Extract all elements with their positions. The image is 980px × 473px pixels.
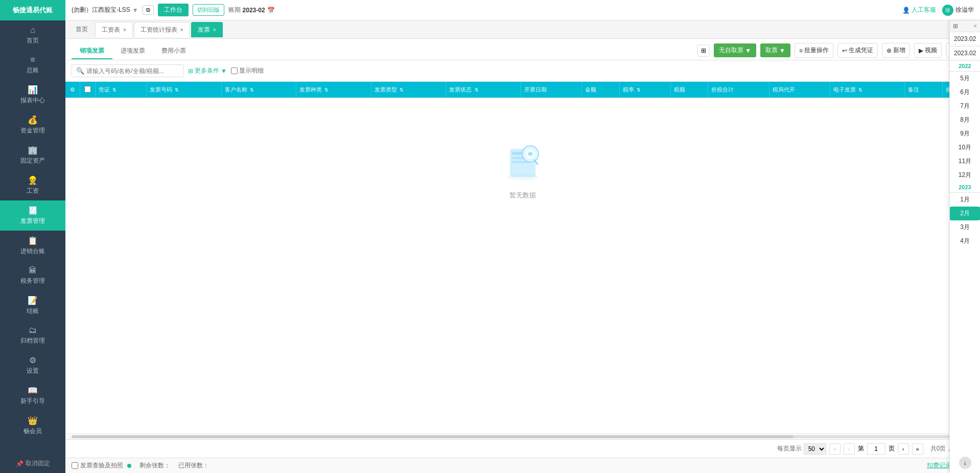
subtab-sales-invoice[interactable]: 销项发票	[72, 43, 112, 59]
tax-button[interactable]: 取票 ▼	[760, 43, 790, 57]
workspace-button[interactable]: 工作台	[158, 4, 189, 16]
gen-voucher-button[interactable]: ↩ 生成凭证	[837, 43, 878, 58]
month-2022-11[interactable]: 11月	[950, 154, 980, 168]
unpin-button[interactable]: 📌 取消固定	[0, 454, 65, 473]
sidebar-item-reports[interactable]: 📊 报表中心	[0, 80, 65, 110]
date-panel-scroll-down[interactable]: ↓	[959, 457, 971, 469]
date-panel-close-btn[interactable]: ×	[973, 22, 977, 30]
tab-payroll-label: 工资表	[102, 26, 120, 34]
sidebar-item-close[interactable]: 📝 结账	[0, 290, 65, 321]
invoice-category-sort-icon[interactable]: ⇅	[400, 87, 404, 93]
tax-rate-sort-icon[interactable]: ⇅	[637, 87, 641, 93]
show-detail-checkbox[interactable]	[231, 67, 238, 74]
invoice-check-label[interactable]: 发票查验及拍照	[72, 461, 131, 470]
batch-op-button[interactable]: ≡ 批量操作	[795, 43, 833, 58]
calendar-icon[interactable]: 📅	[267, 7, 275, 14]
sidebar-item-finance[interactable]: 💰 资金管理	[0, 110, 65, 140]
year-2022-label: 2022	[950, 61, 980, 72]
page-input[interactable]	[867, 443, 885, 455]
date-recent-2[interactable]: 2023.02	[950, 47, 980, 61]
col-settings[interactable]: ⚙	[65, 82, 80, 98]
sidebar-item-invoice[interactable]: 🧾 发票管理	[0, 200, 65, 231]
date-item-2[interactable]: 2023.02	[950, 48, 980, 59]
grid-view-button[interactable]: ⊞	[697, 44, 710, 57]
month-2023-3[interactable]: 3月	[950, 220, 980, 234]
company-selector[interactable]: (勿删）江西股宝-LSS ▼	[72, 6, 138, 14]
filter-label: 更多条件	[195, 66, 219, 75]
sidebar-item-assets[interactable]: 🏢 固定资产	[0, 140, 65, 170]
month-2023-4[interactable]: 4月	[950, 234, 980, 248]
invoice-check-checkbox[interactable]	[72, 462, 78, 469]
add-record-link[interactable]: 扣费记录	[927, 461, 951, 470]
per-page-select[interactable]: 50	[804, 443, 826, 455]
search-input[interactable]	[86, 67, 173, 75]
month-2022-12[interactable]: 12月	[950, 168, 980, 182]
month-2022-5[interactable]: 5月	[950, 72, 980, 85]
subtab-purchase-invoice[interactable]: 进项发票	[112, 43, 153, 59]
search-box[interactable]: 🔍	[72, 64, 184, 77]
tab-invoice[interactable]: 发票 ×	[191, 22, 223, 37]
voucher-sort-icon[interactable]: ⇅	[112, 87, 116, 93]
tab-invoice-close[interactable]: ×	[213, 27, 216, 33]
check-status-dot	[127, 464, 131, 468]
support-icon: 👤	[902, 7, 910, 14]
date-panel-expand-icon[interactable]: ⊞	[953, 22, 958, 30]
date-item-1[interactable]: 2023.02	[950, 33, 980, 45]
show-detail-label[interactable]: 显示明细	[231, 66, 264, 75]
first-page-btn[interactable]: «	[829, 443, 841, 455]
invoice-status-sort-icon[interactable]: ⇅	[475, 87, 479, 93]
new-icon: ⊕	[886, 47, 892, 54]
copy-button[interactable]: ⧉	[143, 5, 154, 15]
col-open-date: 开票日期	[521, 82, 582, 98]
month-2023-2[interactable]: 2月	[950, 207, 980, 220]
electronic-sort-icon[interactable]: ⇅	[858, 87, 862, 93]
tax-dropdown-icon: ▼	[779, 47, 785, 54]
subtab-bar: 销项发票 进项发票 费用小票 ⊞ 无自取票 ▼ 取票 ▼ ≡	[65, 39, 980, 60]
tab-invoice-label: 发票	[198, 26, 210, 34]
new-button[interactable]: ⊕ 新增	[882, 43, 910, 58]
col-check[interactable]	[80, 82, 95, 98]
customer-sort-icon[interactable]: ⇅	[250, 87, 254, 93]
month-2022-6[interactable]: 6月	[950, 85, 980, 99]
sidebar-item-home[interactable]: ⌂ 首页	[0, 20, 65, 50]
video-icon: ▶	[919, 47, 923, 54]
col-tax-bureau: 税局代开	[769, 82, 830, 98]
tab-home[interactable]: 首页	[69, 22, 94, 37]
select-all-checkbox[interactable]	[84, 86, 91, 93]
sidebar-item-sales[interactable]: 📋 进销台账	[0, 231, 65, 261]
search-icon: 🔍	[76, 67, 84, 75]
company-name: (勿删）江西股宝-LSS	[72, 6, 130, 14]
sidebar-item-payroll[interactable]: 👷 工资	[0, 170, 65, 200]
no-tax-button[interactable]: 无自取票 ▼	[714, 43, 756, 57]
last-page-btn[interactable]: »	[912, 443, 923, 455]
topbar: (勿删）江西股宝-LSS ▼ ⧉ 工作台 切到旧版 账期 2023-02 📅 👤…	[65, 0, 980, 20]
month-2023-1[interactable]: 1月	[950, 193, 980, 207]
tab-payroll-report[interactable]: 工资统计报表 ×	[134, 22, 190, 37]
invoice-no-sort-icon[interactable]: ⇅	[175, 87, 179, 93]
switch-version-button[interactable]: 切到旧版	[193, 4, 224, 16]
month-2022-7[interactable]: 7月	[950, 99, 980, 113]
horizontal-scrollbar[interactable]	[65, 433, 980, 439]
sidebar-item-ledger[interactable]: ≡ 总账	[0, 50, 65, 80]
tab-payroll[interactable]: 工资表 ×	[95, 22, 133, 37]
tab-payroll-close[interactable]: ×	[123, 27, 126, 33]
sidebar-item-settings[interactable]: ⚙ 设置	[0, 350, 65, 380]
date-panel: ⊞ × 2023.02 2023.02 2022 5月 6月 7月 8月 9月 …	[949, 20, 980, 473]
more-filter-button[interactable]: ⊞ 更多条件 ▼	[188, 66, 227, 75]
support-btn[interactable]: 👤 人工客服	[902, 6, 936, 14]
date-recent-1[interactable]: 2023.02	[950, 32, 980, 47]
subtab-expense-receipt[interactable]: 费用小票	[153, 43, 194, 59]
invoice-type-sort-icon[interactable]: ⇅	[324, 87, 329, 93]
next-page-btn[interactable]: ›	[898, 443, 909, 455]
tax-label: 取票	[765, 46, 778, 55]
sidebar-item-archive[interactable]: 🗂 归档管理	[0, 321, 65, 350]
month-2022-10[interactable]: 10月	[950, 141, 980, 154]
prev-page-btn[interactable]: ‹	[844, 443, 855, 455]
sidebar-item-member[interactable]: 👑 畅会员	[0, 411, 65, 441]
sidebar-item-guide[interactable]: 📖 新手引导	[0, 380, 65, 411]
video-button[interactable]: ▶ 视频	[914, 43, 942, 58]
month-2022-9[interactable]: 9月	[950, 127, 980, 141]
sidebar-item-tax[interactable]: 🏛 税务管理	[0, 261, 65, 290]
month-2022-8[interactable]: 8月	[950, 113, 980, 127]
tab-payroll-report-close[interactable]: ×	[180, 27, 183, 33]
